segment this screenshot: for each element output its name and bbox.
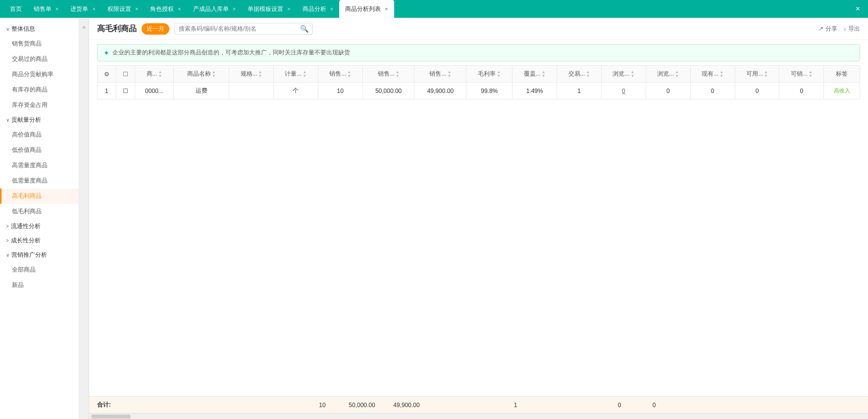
nav-close-4[interactable]: × bbox=[178, 6, 181, 12]
col-header-name[interactable]: 商品名称▲▼ bbox=[174, 66, 229, 83]
sort-icon-gross_margin[interactable]: ▲▼ bbox=[497, 70, 501, 78]
nav-item-5[interactable]: 产成品入库单 × bbox=[187, 0, 242, 18]
cell-unit-0: 个 bbox=[273, 83, 318, 99]
scrollbar-bottom[interactable] bbox=[89, 413, 868, 419]
nav-item-7[interactable]: 商品分析 × bbox=[297, 0, 339, 18]
nav-item-2[interactable]: 进货单 × bbox=[64, 0, 101, 18]
col-header-trade[interactable]: 交易...▲▼ bbox=[557, 66, 602, 83]
sidebar-item-0-0[interactable]: 销售货商品 bbox=[0, 36, 79, 51]
col-header-saleable[interactable]: 可销...▲▼ bbox=[779, 66, 824, 83]
sidebar-group-label-2: 流通性分析 bbox=[11, 222, 41, 231]
nav-item-0[interactable]: 首页 bbox=[4, 0, 28, 18]
sort-icon-coverage[interactable]: ▲▼ bbox=[542, 70, 546, 78]
share-button[interactable]: ↗ 分享 bbox=[818, 25, 837, 33]
col-label-sales_qty: 销售... bbox=[329, 70, 346, 78]
browse1-link[interactable]: 0 bbox=[622, 88, 625, 94]
sidebar-item-1-0[interactable]: 高价值商品 bbox=[0, 127, 79, 142]
col-header-spec[interactable]: 规格...▲▼ bbox=[229, 66, 274, 83]
cell-num-0: 1 bbox=[98, 83, 116, 99]
cell-coverage-0: 1.49% bbox=[512, 83, 557, 99]
nav-label-6: 单据模板设置 bbox=[248, 5, 283, 13]
sidebar-group-4[interactable]: ∨营销推广分析 bbox=[0, 248, 79, 262]
export-button[interactable]: ↓ 导出 bbox=[843, 25, 860, 33]
sidebar-item-1-4[interactable]: 高毛利商品 bbox=[0, 188, 79, 204]
sort-icon-code[interactable]: ▲▼ bbox=[158, 70, 162, 78]
col-header-unit[interactable]: 计量...▲▼ bbox=[273, 66, 318, 83]
nav-close-2[interactable]: × bbox=[92, 6, 95, 12]
nav-close-7[interactable]: × bbox=[330, 6, 333, 12]
sidebar-item-0-2[interactable]: 商品分贡献购率 bbox=[0, 67, 79, 82]
col-header-coverage[interactable]: 覆盖...▲▼ bbox=[512, 66, 557, 83]
nav-item-8[interactable]: 商品分析列表 × bbox=[339, 0, 394, 18]
sidebar-group-0[interactable]: ∨整体信息 bbox=[0, 22, 79, 36]
sidebar-group-2[interactable]: >流通性分析 bbox=[0, 219, 79, 233]
nav-item-6[interactable]: 单据模板设置 × bbox=[242, 0, 296, 18]
col-header-settings: ⚙ bbox=[98, 66, 116, 83]
col-label-gross_margin: 毛利率 bbox=[478, 70, 496, 78]
sidebar-group-label-4: 营销推广分析 bbox=[11, 251, 47, 259]
sidebar-item-1-1[interactable]: 低价值商品 bbox=[0, 142, 79, 158]
sort-icon-name[interactable]: ▲▼ bbox=[212, 70, 216, 78]
nav-item-4[interactable]: 角色授权 × bbox=[144, 0, 187, 18]
col-header-gross_margin[interactable]: 毛利率▲▼ bbox=[466, 66, 512, 83]
cell-browse1-0[interactable]: 0 bbox=[601, 83, 646, 99]
sidebar-item-0-4[interactable]: 库存资金占用 bbox=[0, 97, 79, 113]
col-header-checkbox: ☐ bbox=[116, 66, 135, 83]
sort-icon-saleable[interactable]: ▲▼ bbox=[809, 70, 813, 78]
nav-close-6[interactable]: × bbox=[287, 6, 290, 12]
sort-icon-sales_amount[interactable]: ▲▼ bbox=[396, 70, 400, 78]
sidebar-item-1-3[interactable]: 低需量度商品 bbox=[0, 173, 79, 188]
search-input[interactable] bbox=[179, 25, 297, 32]
sort-icon-sales_cost[interactable]: ▲▼ bbox=[447, 70, 451, 78]
cell-tag-0: 高收入 bbox=[824, 83, 860, 99]
col-header-sales_qty[interactable]: 销售...▲▼ bbox=[318, 66, 362, 83]
cell-current_stock-0: 0 bbox=[690, 83, 735, 99]
sort-icon-available[interactable]: ▲▼ bbox=[764, 70, 768, 78]
sort-icon-trade[interactable]: ▲▼ bbox=[586, 70, 590, 78]
col-header-sales_cost[interactable]: 销售...▲▼ bbox=[414, 66, 466, 83]
scroll-thumb[interactable] bbox=[91, 415, 131, 419]
table-row: 1☐0000...运费个1050,000.0049,900.0099.8%1.4… bbox=[98, 83, 860, 99]
sort-icon-sales_qty[interactable]: ▲▼ bbox=[347, 70, 351, 78]
sidebar-group-1[interactable]: ∨贡献量分析 bbox=[0, 113, 79, 127]
sidebar-item-0-3[interactable]: 有库存的商品 bbox=[0, 82, 79, 97]
cell-code-0: 0000... bbox=[135, 83, 173, 99]
close-all-tabs[interactable]: × bbox=[852, 4, 864, 13]
col-label-current_stock: 现有... bbox=[702, 70, 718, 78]
sidebar-collapse-button[interactable]: « bbox=[79, 18, 89, 419]
col-header-code[interactable]: 商...▲▼ bbox=[135, 66, 173, 83]
sort-icon-spec[interactable]: ▲▼ bbox=[258, 70, 262, 78]
nav-close-1[interactable]: × bbox=[55, 6, 58, 12]
nav-item-1[interactable]: 销售单 × bbox=[28, 0, 64, 18]
col-header-current_stock[interactable]: 现有...▲▼ bbox=[690, 66, 735, 83]
sidebar-group-arrow-3: > bbox=[6, 238, 9, 243]
sort-icon-browse1[interactable]: ▲▼ bbox=[630, 70, 634, 78]
search-icon[interactable]: 🔍 bbox=[300, 25, 308, 33]
nav-close-8[interactable]: × bbox=[385, 6, 388, 12]
col-header-browse1[interactable]: 浏览...▲▼ bbox=[601, 66, 646, 83]
nav-item-3[interactable]: 权限设置 × bbox=[102, 0, 144, 18]
filter-button[interactable]: 近一月 bbox=[142, 23, 169, 35]
nav-close-5[interactable]: × bbox=[233, 6, 236, 12]
sort-icon-browse2[interactable]: ▲▼ bbox=[675, 70, 679, 78]
sidebar-item-1-5[interactable]: 低毛利商品 bbox=[0, 204, 79, 219]
sidebar-group-arrow-4: ∨ bbox=[6, 252, 9, 258]
col-header-browse2[interactable]: 浏览...▲▼ bbox=[646, 66, 690, 83]
nav-label-5: 产成品入库单 bbox=[193, 5, 229, 13]
data-table: ⚙☐商...▲▼商品名称▲▼规格...▲▼计量...▲▼销售...▲▼销售...… bbox=[97, 65, 860, 99]
cell-checkbox-0[interactable]: ☐ bbox=[116, 83, 135, 99]
sidebar-group-3[interactable]: >成长性分析 bbox=[0, 233, 79, 248]
header-actions: ↗ 分享 ↓ 导出 bbox=[818, 25, 860, 33]
table-container[interactable]: ⚙☐商...▲▼商品名称▲▼规格...▲▼计量...▲▼销售...▲▼销售...… bbox=[89, 65, 868, 396]
cell-name-0: 运费 bbox=[174, 83, 229, 99]
sidebar-item-4-0[interactable]: 全部商品 bbox=[0, 262, 79, 278]
sidebar-item-4-1[interactable]: 新品 bbox=[0, 278, 79, 293]
sort-icon-unit[interactable]: ▲▼ bbox=[303, 70, 306, 78]
col-header-sales_amount[interactable]: 销售...▲▼ bbox=[362, 66, 414, 83]
nav-close-3[interactable]: × bbox=[135, 6, 138, 12]
col-label-spec: 规格... bbox=[241, 70, 257, 78]
sidebar-item-0-1[interactable]: 交易过的商品 bbox=[0, 51, 79, 67]
col-header-available[interactable]: 可用...▲▼ bbox=[735, 66, 779, 83]
sidebar-item-1-2[interactable]: 高需量度商品 bbox=[0, 158, 79, 173]
sort-icon-current_stock[interactable]: ▲▼ bbox=[719, 70, 723, 78]
